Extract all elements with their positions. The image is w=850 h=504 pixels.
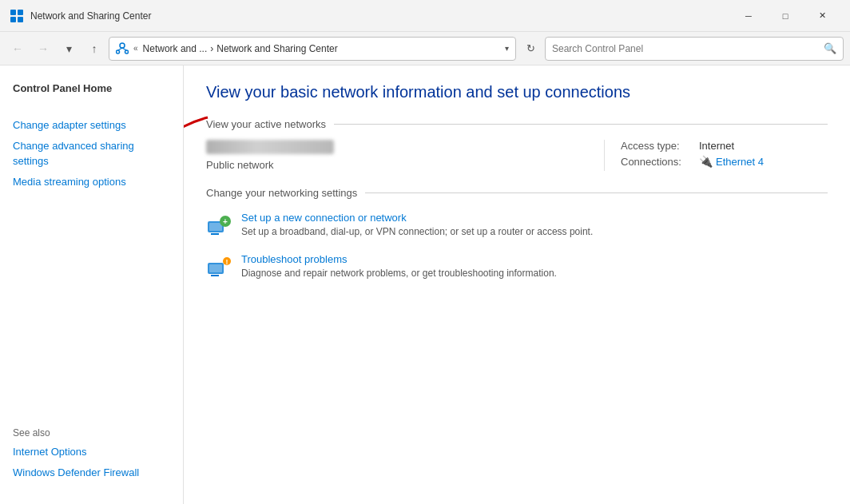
close-button[interactable]: ✕ <box>804 3 840 29</box>
svg-rect-0 <box>10 10 16 15</box>
maximize-button[interactable]: □ <box>767 3 804 29</box>
svg-line-7 <box>118 48 123 50</box>
sidebar: Control Panel Home Change adapter settin… <box>0 65 184 504</box>
setup-connection-content: Set up a new connection or network Set u… <box>241 212 828 239</box>
svg-rect-11 <box>209 223 222 231</box>
title-bar: Network and Sharing Center ─ □ ✕ <box>0 0 850 32</box>
see-also-section: See also Internet Options Windows Defend… <box>0 424 183 483</box>
search-input[interactable] <box>552 43 824 54</box>
svg-text:!: ! <box>226 258 228 266</box>
access-type-row: Access type: Internet <box>621 140 828 152</box>
svg-text:+: + <box>223 217 228 226</box>
setup-connection-desc: Set up a broadband, dial-up, or VPN conn… <box>241 226 593 237</box>
sidebar-adapter-settings-link[interactable]: Change adapter settings <box>0 115 183 136</box>
svg-point-6 <box>125 50 129 54</box>
access-type-value: Internet <box>699 140 734 152</box>
network-name-blurred <box>206 140 334 154</box>
troubleshoot-item: ! Troubleshoot problems Diagnose and rep… <box>206 253 828 280</box>
address-bar[interactable]: « Network and ... › Network and Sharing … <box>109 37 516 61</box>
network-left: Public network <box>206 140 604 171</box>
address-separator-left: « <box>133 44 138 53</box>
svg-line-8 <box>122 48 127 50</box>
network-right: Access type: Internet Connections: 🔌 Eth… <box>604 140 828 171</box>
troubleshoot-icon: ! <box>206 255 232 280</box>
window-title: Network and Sharing Center <box>30 10 730 22</box>
search-icon: 🔍 <box>824 42 836 54</box>
troubleshoot-desc: Diagnose and repair network problems, or… <box>241 268 557 279</box>
sidebar-internet-options-link[interactable]: Internet Options <box>0 442 183 462</box>
svg-rect-1 <box>18 10 23 15</box>
troubleshoot-content: Troubleshoot problems Diagnose and repai… <box>241 253 828 280</box>
svg-rect-16 <box>209 264 222 272</box>
change-settings-header: Change your networking settings <box>206 187 828 199</box>
access-type-label: Access type: <box>621 140 693 152</box>
setup-connection-item: + Set up a new connection or network Set… <box>206 212 828 239</box>
app-icon <box>10 9 24 23</box>
connections-row: Connections: 🔌 Ethernet 4 <box>621 155 828 168</box>
main-layout: Control Panel Home Change adapter settin… <box>0 65 850 504</box>
search-box[interactable]: 🔍 <box>545 37 844 61</box>
svg-rect-3 <box>18 17 23 22</box>
network-type: Public network <box>206 159 604 171</box>
svg-point-5 <box>117 50 120 54</box>
content-area: View your basic network information and … <box>184 65 850 504</box>
forward-button[interactable]: → <box>32 38 54 60</box>
up-button[interactable]: ↑ <box>83 38 105 60</box>
back-button[interactable]: ← <box>6 38 29 60</box>
network-info-row: Public network Access type: Internet Con… <box>206 140 828 171</box>
sidebar-media-streaming-link[interactable]: Media streaming options <box>0 172 183 192</box>
refresh-button[interactable]: ↻ <box>519 38 542 60</box>
setup-connection-icon: + <box>206 213 232 239</box>
address-dropdown-button[interactable]: ▾ <box>505 44 509 53</box>
troubleshoot-link[interactable]: Troubleshoot problems <box>241 253 828 265</box>
recent-button[interactable]: ▾ <box>58 38 80 60</box>
network-address-icon <box>116 42 129 55</box>
ethernet-icon: 🔌 <box>699 155 713 168</box>
change-settings-section: Change your networking settings + Set up… <box>206 187 828 280</box>
page-title: View your basic network information and … <box>206 81 828 102</box>
see-also-label: See also <box>0 424 183 442</box>
active-networks-header: View your active networks <box>206 118 828 130</box>
connections-label: Connections: <box>621 156 693 168</box>
sidebar-home-link[interactable]: Control Panel Home <box>0 78 183 99</box>
nav-bar: ← → ▾ ↑ « Network and ... › Network and … <box>0 32 850 65</box>
setup-connection-link[interactable]: Set up a new connection or network <box>241 212 828 224</box>
connection-link[interactable]: 🔌 Ethernet 4 <box>699 155 764 168</box>
address-short: Network and ... › Network and Sharing Ce… <box>143 43 500 54</box>
sidebar-advanced-sharing-link[interactable]: Change advanced sharing settings <box>0 136 183 171</box>
svg-point-4 <box>120 43 125 48</box>
window-controls: ─ □ ✕ <box>730 3 840 29</box>
svg-rect-2 <box>10 17 16 22</box>
sidebar-firewall-link[interactable]: Windows Defender Firewall <box>0 462 183 483</box>
minimize-button[interactable]: ─ <box>730 3 767 29</box>
